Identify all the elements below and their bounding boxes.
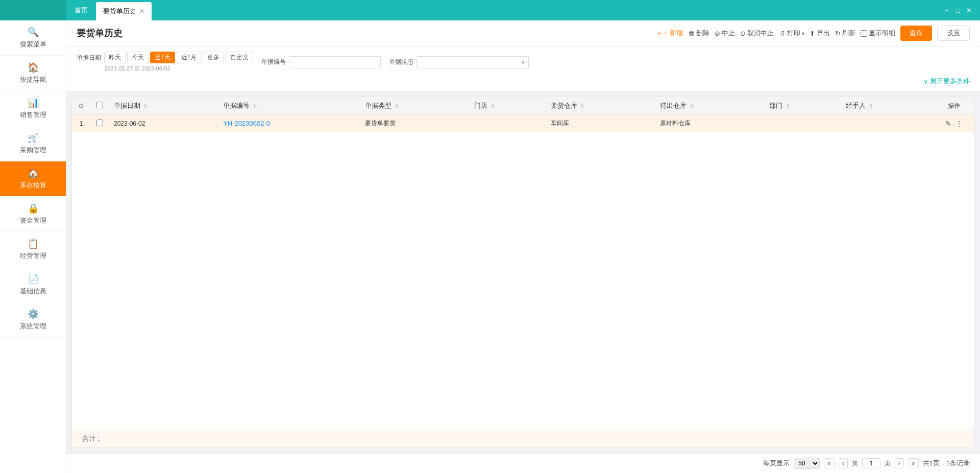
show-detail-check[interactable]: 显示明细: [861, 29, 895, 38]
row-pending-warehouse: 原材料仓库: [655, 115, 764, 132]
sidebar-item-finance-mgmt[interactable]: 🔒 资金管理: [0, 197, 66, 232]
data-table: ⚙ 单据日期 ⇅ 单据编号 ⇅: [72, 97, 974, 132]
inventory-icon: 🏠: [28, 168, 39, 179]
stop-btn[interactable]: ⊘ 中止: [715, 29, 735, 38]
refresh-icon: ↻: [835, 30, 841, 37]
select-all-checkbox[interactable]: [96, 102, 103, 108]
more-ops-icon[interactable]: ⋮: [955, 120, 963, 128]
row-no[interactable]: YH-20230602-0: [218, 115, 359, 132]
page-input[interactable]: [862, 458, 880, 468]
order-no-link[interactable]: YH-20230602-0: [223, 120, 270, 127]
row-seq: 1: [72, 115, 90, 132]
sidebar-item-search-menu[interactable]: 🔍 搜索菜单: [0, 20, 66, 56]
purchase-icon: 🛒: [28, 132, 39, 144]
show-detail-checkbox[interactable]: [861, 30, 867, 37]
date-filter-label: 单据日期: [77, 54, 101, 62]
export-btn[interactable]: ⬆ 导出: [810, 29, 830, 38]
next-page-btn[interactable]: ›: [895, 458, 904, 468]
sort-store-icon[interactable]: ⇅: [491, 103, 495, 109]
order-no-label: 单据编号: [261, 58, 286, 66]
col-dept: 部门 ⇅: [764, 97, 841, 115]
edit-icon[interactable]: ✎: [945, 120, 951, 128]
date-btn-today[interactable]: 今天: [127, 52, 149, 63]
cancel-stop-btn[interactable]: ⊙ 取消中止: [740, 29, 774, 38]
sort-req-warehouse-icon[interactable]: ⇅: [580, 103, 584, 109]
sort-no-icon[interactable]: ⇅: [253, 103, 257, 109]
prev-page-btn[interactable]: ‹: [839, 458, 848, 468]
date-btn-1month[interactable]: 近1月: [177, 52, 202, 63]
per-page-label: 每页显示: [763, 459, 790, 468]
last-page-btn[interactable]: »: [908, 458, 919, 468]
per-page-select[interactable]: 20 50 100: [794, 458, 820, 469]
sidebar-item-basic-info[interactable]: 📄 基础信息: [0, 267, 66, 302]
print-dropdown-icon: ▾: [802, 31, 804, 36]
sys-icon: ⚙️: [28, 309, 39, 320]
col-handler: 经手人 ⇅: [841, 97, 934, 115]
sales-icon: 📊: [28, 97, 39, 108]
sort-date-icon[interactable]: ⇅: [143, 103, 148, 109]
row-req-warehouse: 车间库: [546, 115, 655, 132]
tab-home[interactable]: 首页: [66, 0, 96, 20]
table-settings-icon[interactable]: ⚙: [78, 102, 84, 110]
sidebar-item-inventory[interactable]: 🏠 库存核算: [0, 161, 66, 197]
date-btn-yesterday[interactable]: 昨天: [104, 52, 126, 63]
col-date: 单据日期 ⇅: [109, 97, 218, 115]
expand-more-btn[interactable]: ∨ 展开更多条件: [923, 77, 970, 86]
window-close-icon[interactable]: ✕: [966, 7, 972, 14]
col-ops: 操作: [934, 97, 974, 115]
print-icon: 🖨: [779, 30, 786, 37]
delete-btn[interactable]: 🗑 删除: [688, 29, 709, 38]
total-info: 共1页，1条记录: [923, 459, 970, 468]
row-check-1[interactable]: [96, 120, 103, 126]
print-btn[interactable]: 🖨 打印 ▾: [779, 29, 804, 38]
status-label: 单据状态: [389, 58, 413, 66]
plus-icon: ＋: [656, 29, 663, 38]
page-label: 第: [852, 459, 858, 468]
new-btn[interactable]: ＋ + 新增: [656, 29, 683, 38]
search-menu-icon: 🔍: [28, 27, 39, 38]
table-row: 1 2023-06-02 YH-20230602-0 要货单要货 车间库: [72, 115, 974, 132]
first-page-btn[interactable]: «: [824, 458, 835, 468]
ops-icon: 📋: [28, 238, 39, 249]
toolbar: ＋ + 新增 🗑 删除 ⊘ 中止 ⊙ 取消中止 🖨 打印: [656, 26, 970, 41]
sort-dept-icon[interactable]: ⇅: [786, 103, 790, 109]
order-no-input[interactable]: [289, 56, 381, 68]
page-title: 要货单历史: [77, 27, 122, 39]
date-btn-custom[interactable]: 自定义: [226, 52, 253, 63]
sidebar-item-purchase-mgmt[interactable]: 🛒 采购管理: [0, 126, 66, 161]
sidebar-item-quick-nav[interactable]: 🏠 快捷导航: [0, 56, 66, 91]
date-btn-7days[interactable]: 近7天: [150, 52, 175, 63]
row-dept: [764, 115, 841, 132]
col-no: 单据编号 ⇅: [218, 97, 359, 115]
row-ops: ✎ ⋮: [934, 115, 974, 132]
tab-requisition-history[interactable]: 要货单历史 ✕: [96, 2, 152, 20]
col-req-warehouse: 要货仓库 ⇅: [546, 97, 655, 115]
status-select[interactable]: [416, 56, 529, 68]
finance-icon: 🔒: [28, 203, 39, 214]
sort-type-icon[interactable]: ⇅: [395, 103, 399, 109]
page-of-label: 页: [885, 459, 891, 468]
stop-icon: ⊘: [715, 30, 720, 37]
cancel-stop-icon: ⊙: [740, 30, 746, 37]
row-type: 要货单要货: [360, 115, 469, 132]
sidebar-item-sales-mgmt[interactable]: 📊 销售管理: [0, 91, 66, 126]
close-tab-icon[interactable]: ✕: [139, 8, 144, 15]
row-handler: [841, 115, 934, 132]
row-date: 2023-06-02: [109, 115, 218, 132]
basic-info-icon: 📄: [28, 273, 39, 285]
col-settings[interactable]: ⚙: [72, 97, 90, 115]
query-button[interactable]: 查询: [900, 26, 932, 41]
col-store: 门店 ⇅: [469, 97, 546, 115]
settings-button[interactable]: 设置: [937, 26, 970, 41]
sidebar-item-ops-mgmt[interactable]: 📋 经营管理: [0, 232, 66, 267]
sort-handler-icon[interactable]: ⇅: [869, 103, 873, 109]
minimize-icon[interactable]: －: [943, 6, 950, 15]
date-range-text: 2023-05-27 至 2023-06-02: [104, 65, 253, 73]
sort-pending-warehouse-icon[interactable]: ⇅: [690, 103, 694, 109]
sidebar-item-sys-mgmt[interactable]: ⚙️ 系统管理: [0, 302, 66, 338]
refresh-btn[interactable]: ↻ 刷新: [835, 29, 855, 38]
date-btn-more[interactable]: 更多: [203, 52, 224, 63]
row-checkbox[interactable]: [90, 115, 109, 132]
export-icon: ⬆: [810, 30, 815, 37]
maximize-icon[interactable]: □: [956, 7, 960, 14]
